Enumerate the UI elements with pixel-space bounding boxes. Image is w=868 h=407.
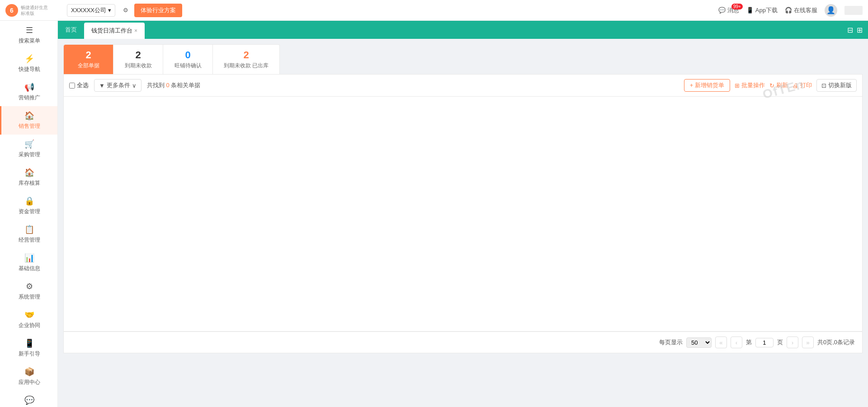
- online-service-item[interactable]: 🎧 在线客服: [785, 6, 817, 14]
- settings-button[interactable]: ⚙: [119, 4, 132, 17]
- filter-label: 更多条件: [107, 81, 130, 89]
- company-name: XXXXXX公司: [71, 6, 106, 14]
- sidebar-label-app-center: 应用中心: [19, 379, 40, 386]
- last-page-button[interactable]: »: [802, 337, 814, 348]
- app-download-label: App下载: [755, 6, 778, 14]
- guide-icon: 📱: [24, 338, 34, 348]
- header-actions: ⚙ 体验行业方案: [119, 4, 182, 17]
- gear-icon: ⚙: [123, 7, 128, 14]
- select-all-label[interactable]: 全选: [69, 81, 89, 89]
- chevron-down-icon: ▾: [108, 7, 111, 14]
- header-right: 💬 消息 99+ 📱 App下载 🎧 在线客服 👤: [718, 4, 863, 17]
- quick-nav-icon: ⚡: [24, 54, 34, 64]
- next-page-icon: ›: [792, 339, 793, 346]
- messages-item[interactable]: 💬 消息 99+: [718, 6, 739, 14]
- tab-home[interactable]: 首页: [58, 21, 84, 39]
- search-menu-icon: ☰: [26, 25, 33, 35]
- found-text: 共找到 0 条相关单据: [147, 81, 200, 89]
- prev-page-button[interactable]: ‹: [731, 337, 742, 348]
- batch-icon: ⊞: [735, 82, 740, 89]
- per-page-label: 每页显示: [659, 338, 683, 346]
- batch-operation-button[interactable]: ⊞ 批量操作: [735, 81, 765, 89]
- sidebar-item-app-center[interactable]: 📦 应用中心: [0, 362, 57, 391]
- sidebar-item-purchase[interactable]: 🛒 采购管理: [0, 135, 57, 163]
- sidebar-label-cooperation: 企业协同: [19, 322, 40, 329]
- purchase-icon: 🛒: [24, 139, 34, 149]
- add-sale-order-button[interactable]: + 新增销货单: [684, 79, 730, 92]
- select-all-checkbox[interactable]: [69, 83, 75, 89]
- sidebar-item-guide[interactable]: 📱 新手引导: [0, 334, 57, 362]
- download-icon: 📱: [746, 7, 754, 14]
- toolbar-right: + 新增销货单 ⊞ 批量操作 ↻ 刷新 🖨 打印 ⊡ 切换新版: [684, 79, 857, 92]
- stats-tabs: 2 全部单据 2 到期未收款 0 旺铺待确认 2 到期未收款 已出库: [63, 44, 280, 74]
- sidebar-label-basic-info: 基础信息: [19, 265, 40, 272]
- sidebar: ☰ 搜索菜单 ⚡ 快捷导航 📢 营销推广 🏠 销售管理 🛒 采购管理 🏠 库存核…: [0, 21, 58, 407]
- prev-page-icon: ‹: [736, 339, 737, 346]
- page-number-input[interactable]: [755, 338, 774, 347]
- sidebar-label-search: 搜索菜单: [19, 37, 40, 45]
- tab-work-bench[interactable]: 钱货日清工作台 ×: [84, 23, 145, 39]
- company-selector[interactable]: XXXXXX公司 ▾: [67, 4, 115, 17]
- app-center-icon: 📦: [24, 367, 34, 377]
- sidebar-label-marketing: 营销推广: [19, 94, 40, 102]
- first-page-button[interactable]: «: [715, 337, 727, 348]
- sidebar-label-quick-nav: 快捷导航: [19, 65, 40, 73]
- toolbar: 全选 ▼ 更多条件 ∨ 共找到 0 条相关单据 + 新增销货单 ⊞ 批量操作 ↻…: [63, 74, 863, 97]
- sidebar-item-marketing[interactable]: 📢 营销推广: [0, 78, 57, 106]
- page-label-suffix: 页: [777, 338, 783, 346]
- sidebar-label-finance: 资金管理: [19, 208, 40, 215]
- stat-tab-pending[interactable]: 0 旺铺待确认: [163, 45, 213, 74]
- sidebar-item-operations[interactable]: 📋 经营管理: [0, 220, 57, 248]
- service-icon: 🎧: [785, 7, 792, 14]
- message-icon: 💬: [718, 7, 726, 14]
- filter-button[interactable]: ▼ 更多条件 ∨: [94, 79, 142, 92]
- marketing-icon: 📢: [24, 82, 34, 92]
- sidebar-label-operations: 经营管理: [19, 236, 40, 244]
- page-label: 第: [746, 338, 752, 346]
- sidebar-item-inventory[interactable]: 🏠 库存核算: [0, 163, 57, 192]
- total-label: 共0页,0条记录: [817, 338, 855, 346]
- operations-icon: 📋: [24, 225, 34, 234]
- print-button[interactable]: 🖨 打印: [793, 81, 812, 89]
- sidebar-item-cooperation[interactable]: 🤝 企业协同: [0, 305, 57, 334]
- tab-close-icon[interactable]: ×: [134, 28, 137, 34]
- print-icon: 🖨: [793, 82, 798, 89]
- select-all-text: 全选: [77, 81, 89, 89]
- stat-tab-all[interactable]: 2 全部单据: [64, 45, 113, 74]
- sidebar-item-wechat[interactable]: 💬 企业微信: [0, 391, 57, 407]
- cooperation-icon: 🤝: [24, 310, 34, 320]
- switch-version-button[interactable]: ⊡ 切换新版: [816, 79, 857, 92]
- sidebar-label-inventory: 库存核算: [19, 179, 40, 187]
- stat-number-pending: 0: [185, 49, 190, 61]
- per-page-select[interactable]: 50 20 100: [686, 337, 712, 348]
- tab-bar: 首页 钱货日清工作台 × ⊟ ⊞: [58, 21, 868, 39]
- stat-number-all: 2: [85, 49, 91, 61]
- logo-text: 畅捷通好生意 标准版: [21, 5, 48, 16]
- sidebar-item-sales[interactable]: 🏠 销售管理: [0, 106, 57, 135]
- stat-label-pending: 旺铺待确认: [175, 62, 202, 70]
- experience-button[interactable]: 体验行业方案: [134, 4, 182, 17]
- sidebar-item-basic-info[interactable]: 📊 基础信息: [0, 248, 57, 277]
- finance-icon: 🔒: [24, 196, 34, 206]
- stat-label-overdue: 到期未收款: [125, 62, 152, 70]
- app-download-item[interactable]: 📱 App下载: [746, 6, 778, 14]
- stat-tab-overdue[interactable]: 2 到期未收款: [113, 45, 163, 74]
- sales-icon: 🏠: [24, 111, 34, 121]
- tab-right-icons: ⊟ ⊞: [847, 26, 868, 34]
- sidebar-label-purchase: 采购管理: [19, 151, 40, 159]
- tab-maximize-icon[interactable]: ⊞: [857, 26, 863, 34]
- first-page-icon: «: [719, 339, 722, 346]
- sidebar-item-finance[interactable]: 🔒 资金管理: [0, 192, 57, 220]
- avatar[interactable]: 👤: [825, 4, 837, 17]
- refresh-icon: ↻: [769, 82, 774, 89]
- logo-area: 6 畅捷通好生意 标准版: [5, 4, 63, 17]
- found-count: 0: [166, 82, 170, 89]
- sidebar-item-search[interactable]: ☰ 搜索菜单: [0, 21, 57, 49]
- stat-tab-overdue-shipped[interactable]: 2 到期未收款 已出库: [213, 45, 279, 74]
- tab-minimize-icon[interactable]: ⊟: [847, 26, 853, 34]
- sidebar-item-quick-nav[interactable]: ⚡ 快捷导航: [0, 49, 57, 78]
- sidebar-item-system[interactable]: ⚙ 系统管理: [0, 277, 57, 305]
- refresh-button[interactable]: ↻ 刷新: [769, 81, 788, 89]
- next-page-button[interactable]: ›: [787, 337, 798, 348]
- stat-number-overdue: 2: [135, 49, 141, 61]
